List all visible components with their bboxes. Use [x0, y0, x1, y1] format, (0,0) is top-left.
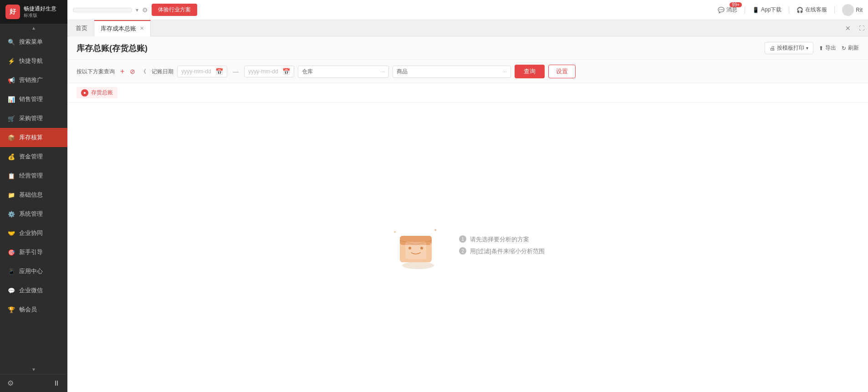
sidebar-item-search-label: 搜索菜单 — [19, 38, 43, 46]
tab-inventory-cost-label: 库存成本总账 — [101, 25, 136, 33]
product-more-icon[interactable]: ··· — [502, 68, 507, 75]
sidebar-item-membership[interactable]: 🏆 畅会员 — [0, 300, 67, 319]
date-end-input[interactable]: yyyy-mm-dd 📅 — [244, 66, 294, 77]
date-label: 记账日期 — [152, 68, 174, 76]
schema-item-inventory-ledger[interactable]: ● 存货总账 — [77, 87, 117, 98]
warehouse-more-icon[interactable]: ··· — [380, 68, 385, 75]
refresh-button[interactable]: ↻ 刷新 — [842, 44, 859, 52]
export-button[interactable]: ⬆ 导出 — [819, 44, 836, 52]
tab-expand-icon[interactable]: ⛶ — [855, 25, 868, 31]
sidebar-item-enterprise[interactable]: 🤝 企业协同 — [0, 224, 67, 243]
export-icon: ⬆ — [819, 45, 823, 51]
sidebar-item-finance[interactable]: 💰 资金管理 — [0, 147, 67, 166]
sidebar-item-wechat-label: 企业微信 — [19, 286, 43, 295]
topbar-dropdown-arrow[interactable]: ▾ — [136, 7, 138, 13]
sidebar-item-system[interactable]: ⚙️ 系统管理 — [0, 204, 67, 224]
calendar-end-icon[interactable]: 📅 — [282, 68, 290, 75]
filter-collapse-button[interactable]: 《 — [141, 68, 146, 76]
svg-text:✦: ✦ — [429, 243, 432, 245]
app-center-icon: 📱 — [7, 267, 15, 275]
membership-icon: 🏆 — [7, 305, 15, 314]
trial-button[interactable]: 体验行业方案 — [152, 4, 197, 16]
sidebar-item-purchase[interactable]: 🛒 采购管理 — [0, 109, 67, 128]
sidebar: 好 畅捷通好生意 标准版 ▲ 🔍 搜索菜单 ⚡ 快捷导航 📢 营销推广 📊 销售… — [0, 0, 67, 392]
topbar-divider-2 — [789, 6, 789, 14]
empty-step-1: 1 请先选择要分析的方案 — [459, 235, 544, 244]
filter-label: 按以下方案查询 — [77, 68, 115, 76]
app-download-button[interactable]: 📱 App下载 — [752, 6, 781, 14]
filter-toggle-button[interactable]: ⊘ — [130, 68, 135, 75]
print-label: 按模板打印 — [777, 44, 804, 52]
sidebar-item-membership-label: 畅会员 — [19, 305, 37, 314]
sales-icon: 📊 — [7, 95, 15, 103]
new-guide-icon: 🎯 — [7, 248, 15, 256]
sidebar-item-operations[interactable]: 📋 经营管理 — [0, 166, 67, 185]
sidebar-item-basic-info[interactable]: 📁 基础信息 — [0, 185, 67, 204]
query-button[interactable]: 查询 — [515, 65, 545, 78]
print-icon: 🖨 — [770, 45, 775, 51]
empty-step-2: 2 用[过滤]条件来缩小分析范围 — [459, 247, 544, 255]
sidebar-item-search[interactable]: 🔍 搜索菜单 — [0, 32, 67, 51]
avatar — [842, 4, 854, 16]
message-button[interactable]: 💬 消息 99+ — [718, 6, 737, 14]
sidebar-item-wechat[interactable]: 💬 企业微信 — [0, 281, 67, 300]
message-badge: 99+ — [730, 2, 742, 7]
sidebar-item-app-center[interactable]: 📱 应用中心 — [0, 262, 67, 281]
sidebar-item-quick-nav[interactable]: ⚡ 快捷导航 — [0, 51, 67, 71]
empty-illustration: ✦ ✦ ✦ — [391, 220, 445, 275]
online-service-button[interactable]: 🎧 在线客服 — [797, 6, 827, 14]
sidebar-item-new-guide[interactable]: 🎯 新手引导 — [0, 243, 67, 262]
warehouse-input[interactable]: 仓库 ··· — [298, 66, 389, 78]
sidebar-item-quick-nav-label: 快捷导航 — [19, 57, 43, 65]
sidebar-item-inventory[interactable]: 📦 库存核算 — [0, 128, 67, 147]
sidebar-item-system-label: 系统管理 — [19, 210, 43, 218]
svg-rect-3 — [405, 242, 426, 259]
date-start-input[interactable]: yyyy-mm-dd 📅 — [177, 66, 227, 77]
sidebar-item-app-center-label: 应用中心 — [19, 267, 43, 275]
user-name: Rit — [856, 7, 863, 13]
enterprise-icon: 🤝 — [7, 229, 15, 237]
warehouse-label: 仓库 — [302, 68, 313, 76]
sidebar-item-purchase-label: 采购管理 — [19, 114, 43, 122]
filter-add-button[interactable]: + — [120, 67, 124, 76]
topbar-right: 💬 消息 99+ 📱 App下载 🎧 在线客服 Rit — [718, 4, 863, 16]
calendar-start-icon[interactable]: 📅 — [215, 68, 223, 75]
print-button[interactable]: 🖨 按模板打印 ▾ — [765, 42, 813, 54]
operations-icon: 📋 — [7, 172, 15, 180]
product-input[interactable]: 商品 ··· — [393, 66, 511, 78]
tab-home[interactable]: 首页 — [69, 20, 94, 36]
tab-close-icon[interactable]: ✕ — [140, 25, 144, 31]
step-1-text: 请先选择要分析的方案 — [470, 235, 529, 244]
topbar-divider-1 — [745, 6, 745, 14]
page-header: 库存总账(存货总账) 🖨 按模板打印 ▾ ⬆ 导出 ↻ 刷新 — [67, 36, 868, 60]
quick-nav-icon: ⚡ — [7, 57, 15, 65]
export-label: 导出 — [825, 44, 836, 52]
settings-button[interactable]: 设置 — [548, 65, 576, 78]
refresh-icon: ↻ — [842, 45, 846, 51]
sidebar-item-operations-label: 经营管理 — [19, 172, 43, 180]
sidebar-scroll-up[interactable]: ▲ — [0, 24, 67, 32]
sidebar-scroll-down[interactable]: ▼ — [0, 365, 67, 374]
message-icon: 💬 — [718, 7, 725, 13]
sidebar-item-marketing[interactable]: 📢 营销推广 — [0, 71, 67, 90]
tab-inventory-cost[interactable]: 库存成本总账 ✕ — [94, 20, 151, 36]
app-icon: 📱 — [752, 7, 759, 13]
settings-icon[interactable]: ⚙ — [7, 379, 14, 387]
print-dropdown-arrow[interactable]: ▾ — [806, 46, 808, 51]
user-area[interactable]: Rit — [842, 4, 863, 16]
schema-item-label: 存货总账 — [91, 89, 113, 97]
logo-sub-text: 标准版 — [24, 12, 56, 18]
main-area: ▾ ⚙ 体验行业方案 💬 消息 99+ 📱 App下载 🎧 在线客服 — [67, 0, 868, 392]
filter-row: 按以下方案查询 + ⊘ 《 记账日期 yyyy-mm-dd 📅 — yyyy-m… — [67, 60, 868, 83]
topbar-gear-icon[interactable]: ⚙ — [142, 6, 148, 14]
marketing-icon: 📢 — [7, 76, 15, 84]
sidebar-item-sales[interactable]: 📊 销售管理 — [0, 90, 67, 109]
collapse-icon[interactable]: ⏸ — [53, 379, 60, 387]
svg-text:✦: ✦ — [434, 228, 437, 232]
product-label: 商品 — [397, 68, 408, 76]
step-1-number: 1 — [459, 235, 466, 243]
schema-icon-inventory: ● — [81, 89, 88, 97]
empty-svg: ✦ ✦ ✦ — [391, 220, 445, 275]
filter-inputs: 记账日期 yyyy-mm-dd 📅 — yyyy-mm-dd 📅 仓库 ··· … — [152, 65, 859, 78]
tab-close-all[interactable]: ✕ — [841, 25, 855, 32]
